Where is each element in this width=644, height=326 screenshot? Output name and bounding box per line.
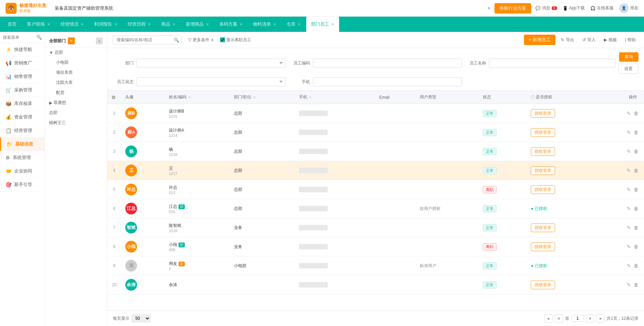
message-button[interactable]: 💬 消息 6 — [535, 5, 557, 11]
more-filter-button[interactable]: ▽ 更多条件 ∧ — [185, 35, 217, 45]
dept-item-project-storage[interactable]: 项目库房 — [45, 68, 107, 78]
tab-warehouse[interactable]: 仓库 ✕ — [282, 17, 306, 32]
column-settings-icon[interactable]: ⚙ — [111, 95, 116, 100]
phone-input[interactable] — [313, 77, 462, 86]
next-page-button[interactable]: > — [586, 314, 594, 323]
tab-operation[interactable]: 经营情况 ✕ — [56, 17, 89, 32]
page-number-input[interactable] — [571, 315, 584, 322]
edit-icon[interactable]: ✎ — [627, 187, 631, 192]
edit-icon[interactable]: ✎ — [627, 111, 631, 116]
trial-button[interactable]: 体验行业方案 — [495, 3, 531, 14]
show-resigned-checkbox[interactable] — [220, 37, 225, 42]
sidebar-item-purchase[interactable]: 🛒采购管理 — [0, 83, 45, 97]
delete-icon[interactable]: 🗑 — [634, 206, 638, 211]
online-service-button[interactable]: 🎧 在线客服 — [590, 5, 614, 11]
sort-dept-icon[interactable]: ⇅ — [253, 95, 256, 99]
dept-item-shenyang[interactable]: 沈阳大库 — [45, 78, 107, 88]
dept-collapse-button[interactable]: « — [96, 37, 103, 44]
sidebar-item-inventory[interactable]: 📦库存核算 — [0, 97, 45, 111]
auth-button[interactable]: 授权登录 — [531, 166, 555, 175]
dept-item-delivery[interactable]: 配货 — [45, 88, 107, 98]
th-name-code[interactable]: 姓名/编码 ⇅ — [165, 91, 230, 104]
expand-icon[interactable]: ▾ — [488, 6, 490, 11]
th-phone[interactable]: 手机 ⇅ — [295, 91, 375, 104]
close-icon[interactable]: ✕ — [172, 22, 175, 27]
sidebar-item-marketing[interactable]: 📢营销推广 — [0, 56, 45, 70]
sidebar-item-guide[interactable]: 🎯新手引导 — [0, 178, 45, 192]
help-button[interactable]: | 帮助 — [622, 35, 638, 45]
add-employee-button[interactable]: + 新增员工 — [524, 35, 555, 45]
auth-button[interactable]: 授权登录 — [531, 128, 555, 137]
close-icon[interactable]: ✕ — [273, 22, 276, 27]
close-icon[interactable]: ✕ — [148, 22, 151, 27]
auth-button[interactable]: 授权登录 — [531, 147, 555, 156]
import-button[interactable]: ↺ 导入 — [580, 35, 598, 45]
dept-item-small-electric[interactable]: 小电部 — [45, 58, 107, 68]
sidebar-item-system[interactable]: ⚙系统管理 — [0, 151, 45, 165]
close-icon[interactable]: ✕ — [239, 22, 243, 27]
delete-icon[interactable]: 🗑 — [634, 187, 638, 192]
edit-icon[interactable]: ✎ — [627, 130, 631, 135]
sidebar-search-input[interactable] — [3, 35, 35, 40]
close-icon[interactable]: ✕ — [114, 22, 117, 27]
close-icon[interactable]: ✕ — [331, 22, 334, 27]
close-icon[interactable]: ✕ — [81, 22, 84, 27]
dept-edit-button[interactable]: ✎ — [68, 37, 75, 44]
dept-item-headquarter-root[interactable]: ▼ 总部 — [45, 47, 107, 58]
tab-home[interactable]: 首页 — [3, 17, 21, 32]
tab-profit[interactable]: 利润报告 ✕ — [89, 17, 122, 32]
emp-name-input[interactable] — [489, 59, 616, 68]
sort-name-icon[interactable]: ⇅ — [188, 95, 191, 99]
edit-icon[interactable]: ✎ — [627, 149, 631, 154]
close-icon[interactable]: ✕ — [47, 22, 50, 27]
auth-button[interactable]: 授权登录 — [531, 109, 555, 118]
auth-button[interactable]: 授权登录 — [531, 281, 555, 289]
tab-employees[interactable]: 部门员工 ✕ — [306, 17, 339, 32]
emp-status-select[interactable] — [136, 77, 286, 86]
view-button[interactable]: ▶ 视频 — [601, 35, 619, 45]
tab-bom[interactable]: 物料清单 ✕ — [248, 17, 281, 32]
edit-icon[interactable]: ✎ — [627, 206, 631, 211]
edit-icon[interactable]: ✎ — [627, 168, 631, 173]
dept-item-plantwang[interactable]: 植树王三 — [45, 118, 107, 128]
sidebar-item-finance[interactable]: 💰资金管理 — [0, 111, 45, 124]
tab-goods[interactable]: 商品 ✕ — [156, 17, 180, 32]
dept-select[interactable] — [136, 59, 286, 68]
reset-button[interactable]: 设置 — [618, 64, 638, 74]
edit-icon[interactable]: ✎ — [627, 282, 631, 288]
delete-icon[interactable]: 🗑 — [634, 111, 638, 116]
sort-phone-icon[interactable]: ⇅ — [309, 95, 311, 99]
employee-search-input[interactable] — [113, 35, 182, 44]
delete-icon[interactable]: 🗑 — [634, 282, 638, 288]
sidebar-item-quick-nav[interactable]: ⚡快捷导航 — [0, 43, 45, 56]
emp-code-input[interactable] — [313, 59, 462, 68]
sidebar-item-sales[interactable]: 📊销售管理 — [0, 70, 45, 83]
delete-icon[interactable]: 🗑 — [634, 149, 638, 154]
tab-history[interactable]: 经营历程 ✕ — [123, 17, 156, 32]
delete-icon[interactable]: 🗑 — [634, 130, 638, 135]
dept-item-headquarter2[interactable]: 总部 — [45, 108, 107, 118]
dept-all-label[interactable]: 全部部门 — [49, 38, 66, 44]
sidebar-item-operations[interactable]: 📋经营管理 — [0, 124, 45, 138]
sidebar-item-basic-info[interactable]: 📁基础信息 — [0, 138, 45, 151]
prev-page-button[interactable]: < — [555, 314, 563, 323]
close-icon[interactable]: ✕ — [206, 22, 209, 27]
auth-button[interactable]: 授权登录 — [531, 185, 555, 194]
first-page-button[interactable]: « — [544, 314, 553, 323]
user-button[interactable]: 👤 用友 — [619, 3, 638, 13]
tab-customer[interactable]: 客户联络 ✕ — [22, 17, 55, 32]
page-size-select[interactable]: 50 20 100 — [131, 315, 151, 322]
tab-barcode[interactable]: 条码方案 ✕ — [215, 17, 247, 32]
query-button[interactable]: 查询 — [619, 52, 638, 62]
search-submit-icon[interactable]: 🔍 — [174, 37, 179, 43]
delete-icon[interactable]: 🗑 — [634, 225, 638, 230]
delete-icon[interactable]: 🗑 — [634, 244, 638, 249]
app-download-button[interactable]: 📱 App下载 — [563, 5, 585, 11]
auth-button[interactable]: 授权登录 — [531, 243, 555, 251]
edit-icon[interactable]: ✎ — [627, 225, 631, 230]
auth-button[interactable]: 授权登录 — [531, 223, 555, 232]
export-button[interactable]: ↻ 导出 — [558, 35, 577, 45]
delete-icon[interactable]: 🗑 — [634, 168, 638, 173]
close-icon[interactable]: ✕ — [298, 22, 301, 27]
tab-add-goods[interactable]: 新增商品 ✕ — [181, 17, 214, 32]
